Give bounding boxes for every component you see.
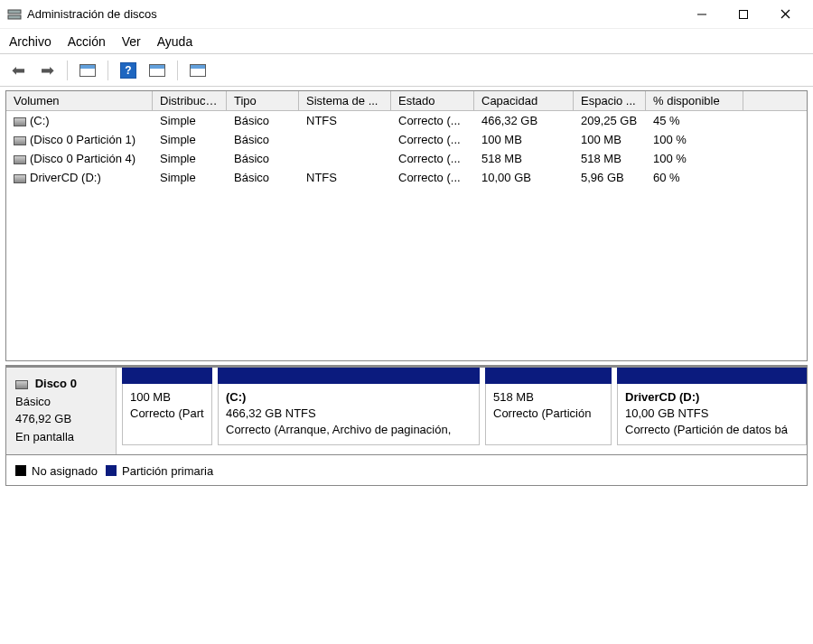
vol-dist: Simple [153,132,227,147]
vol-dist: Simple [153,151,227,166]
menubar: Archivo Acción Ver Ayuda [0,29,813,54]
vol-free: 5,96 GB [574,170,646,185]
disk-panel: Disco 0 Básico 476,92 GB En pantalla 100… [5,365,808,455]
vol-state: Correcto (... [391,151,474,166]
partition-size: 10,00 GB NTFS [625,406,799,422]
volume-body: (C:)SimpleBásicoNTFSCorrecto (...466,32 … [6,111,807,360]
partition-state: Correcto (Partición de datos bá [625,422,799,438]
legend-unallocated: No asignado [32,464,98,478]
layout-icon [149,64,165,77]
disk-info[interactable]: Disco 0 Básico 476,92 GB En pantalla [6,368,117,454]
menu-file[interactable]: Archivo [9,34,51,49]
vol-type: Básico [227,170,299,185]
vol-fs [299,132,391,147]
disk-name: Disco 0 [35,377,77,390]
disk-size: 476,92 GB [15,412,71,425]
col-volume[interactable]: Volumen [6,91,153,110]
partition-state: Correcto (Part [130,406,204,422]
help-icon: ? [120,62,136,79]
disk-icon [15,380,28,389]
back-button[interactable]: ⬅ [5,58,31,83]
col-filesystem[interactable]: Sistema de ... [299,91,391,110]
partition-header [617,368,807,384]
vol-name: (Disco 0 Partición 4) [30,152,136,165]
vol-pct: 100 % [646,132,743,147]
vol-fs: NTFS [299,113,391,128]
partition[interactable]: DriverCD (D:)10,00 GB NTFSCorrecto (Part… [617,368,807,445]
partition-state: Correcto (Partición [493,406,603,422]
disk-type: Básico [15,395,51,408]
vol-cap: 466,32 GB [474,113,574,128]
vol-free: 100 MB [574,132,646,147]
vol-cap: 518 MB [474,151,574,166]
partition-header [218,368,480,384]
vol-name: DriverCD (D:) [30,171,101,184]
col-type[interactable]: Tipo [227,91,299,110]
partition-size: 466,32 GB NTFS [226,406,472,422]
drive-icon [14,136,26,145]
col-state[interactable]: Estado [391,91,474,110]
vol-cap: 10,00 GB [474,170,574,185]
vol-type: Básico [227,151,299,166]
vol-free: 518 MB [574,151,646,166]
properties-button[interactable] [75,58,100,83]
svg-rect-1 [8,15,21,19]
partition-size: 518 MB [493,389,603,406]
layout2-icon [190,64,206,77]
vol-pct: 100 % [646,151,743,166]
maximize-button[interactable] [723,0,764,29]
vol-state: Correcto (... [391,132,474,147]
svg-rect-0 [8,10,21,14]
titlebar: Administración de discos [0,0,813,29]
window-icon [79,64,96,77]
col-pctfree[interactable]: % disponible [646,91,743,110]
col-freespace[interactable]: Espacio ... [574,91,646,110]
disk-status: En pantalla [15,430,74,443]
col-capacity[interactable]: Capacidad [474,91,574,110]
view-top-button[interactable] [145,58,170,83]
legend: No asignado Partición primaria [5,455,808,486]
vol-fs [299,151,391,166]
partition-header [122,368,212,384]
arrow-right-icon: ➡ [41,62,54,79]
vol-dist: Simple [153,113,227,128]
toolbar: ⬅ ➡ ? [0,54,813,87]
menu-help[interactable]: Ayuda [157,34,192,49]
table-row[interactable]: (Disco 0 Partición 1)SimpleBásicoCorrect… [6,130,807,149]
col-distribution[interactable]: Distribución [153,91,227,110]
table-row[interactable]: DriverCD (D:)SimpleBásicoNTFSCorrecto (.… [6,168,807,187]
help-button[interactable]: ? [116,58,141,83]
forward-button[interactable]: ➡ [34,58,60,83]
drive-icon [14,155,26,164]
app-icon [7,7,22,22]
window-title: Administración de discos [27,7,157,21]
vol-free: 209,25 GB [574,113,646,128]
vol-cap: 100 MB [474,132,574,147]
arrow-left-icon: ⬅ [12,62,25,79]
drive-icon [14,174,26,183]
vol-fs: NTFS [299,170,391,185]
table-row[interactable]: (Disco 0 Partición 4)SimpleBásicoCorrect… [6,149,807,168]
legend-primary: Partición primaria [122,464,213,478]
swatch-unallocated [15,465,26,476]
swatch-primary [106,465,117,476]
vol-type: Básico [227,132,299,147]
partition-state: Correcto (Arranque, Archivo de paginació… [226,422,472,438]
partition[interactable]: 100 MBCorrecto (Part [122,368,212,445]
disk-map: 100 MBCorrecto (Part(C:)466,32 GB NTFSCo… [117,368,807,454]
table-row[interactable]: (C:)SimpleBásicoNTFSCorrecto (...466,32 … [6,111,807,130]
minimize-button[interactable] [681,0,723,29]
close-button[interactable] [764,0,806,29]
partition[interactable]: (C:)466,32 GB NTFSCorrecto (Arranque, Ar… [218,368,480,445]
svg-rect-3 [740,10,748,18]
volume-list: Volumen Distribución Tipo Sistema de ...… [5,90,808,361]
menu-view[interactable]: Ver [122,34,141,49]
partition[interactable]: 518 MBCorrecto (Partición [485,368,612,445]
menu-action[interactable]: Acción [68,34,106,49]
vol-state: Correcto (... [391,170,474,185]
partition-header [485,368,612,384]
volume-header: Volumen Distribución Tipo Sistema de ...… [6,91,807,111]
view-bottom-button[interactable] [185,58,210,83]
vol-name: (C:) [30,114,50,127]
drive-icon [14,117,26,126]
